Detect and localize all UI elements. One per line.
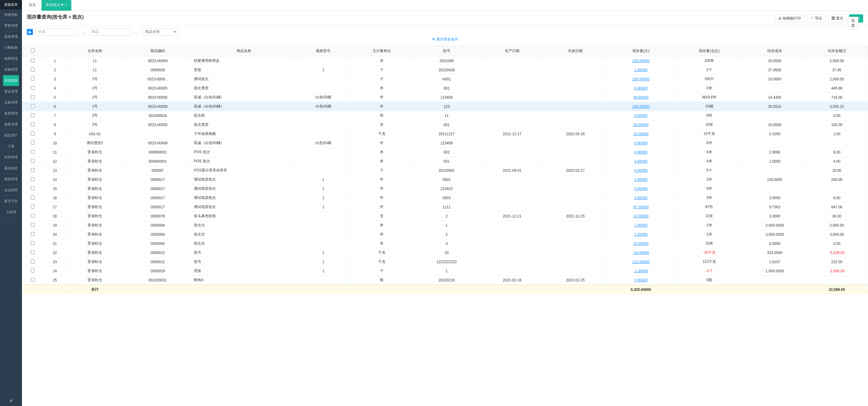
sidebar-item-inventory[interactable]: 库存核算 <box>3 75 19 86</box>
row-warehouse: 晋省粒仓 <box>66 267 124 276</box>
row-name: 鲜肉A <box>192 276 296 285</box>
row-qty-store: 4桔9.6件 <box>675 93 744 102</box>
row-checkbox[interactable] <box>22 221 43 230</box>
row-expire-date <box>544 120 607 130</box>
row-checkbox[interactable] <box>22 276 43 285</box>
row-select[interactable] <box>31 68 35 72</box>
warehouse-filter[interactable]: 仓库 <box>35 28 78 36</box>
row-select[interactable] <box>31 104 35 108</box>
row-checkbox[interactable] <box>22 102 43 111</box>
row-unit: 米 <box>351 84 413 93</box>
row-select[interactable] <box>31 269 35 273</box>
row-checkbox[interactable] <box>22 148 43 157</box>
row-spec: 1 <box>296 175 351 184</box>
row-checkbox[interactable] <box>22 230 43 239</box>
more-conditions[interactable]: ▼ 展开更多条件 <box>27 36 863 43</box>
sidebar-item-basic[interactable]: 基础信息 <box>3 163 19 174</box>
row-batch: 1222222222 <box>413 257 480 267</box>
row-checkbox[interactable] <box>22 248 43 257</box>
row-checkbox[interactable] <box>22 139 43 148</box>
row-select[interactable] <box>31 260 35 264</box>
export-button[interactable]: ↗ 导出 <box>807 14 825 23</box>
row-select[interactable] <box>31 113 35 117</box>
row-select[interactable] <box>31 95 35 99</box>
sidebar-search[interactable]: 搜索菜单 <box>0 0 22 9</box>
row-checkbox[interactable] <box>22 56 43 66</box>
row-spec <box>296 221 351 230</box>
sidebar-item-finance[interactable]: 资金管理 <box>3 86 19 97</box>
row-checkbox[interactable] <box>22 66 43 75</box>
row-select[interactable] <box>31 59 35 62</box>
category-filter[interactable]: 商品分类 ▼ <box>143 28 179 36</box>
row-select[interactable] <box>31 150 35 154</box>
row-checkbox[interactable] <box>22 111 43 120</box>
row-checkbox[interactable] <box>22 157 43 166</box>
print-button[interactable]: 🖨 按模板打印 <box>775 14 804 23</box>
row-code: 0000084 <box>123 221 192 230</box>
row-select[interactable] <box>31 214 35 218</box>
row-select[interactable] <box>31 241 35 245</box>
row-checkbox[interactable] <box>22 93 43 102</box>
row-checkbox[interactable] <box>22 239 43 248</box>
sidebar-gear[interactable]: ⚙ <box>0 396 22 406</box>
row-select[interactable] <box>31 86 35 90</box>
expand-button[interactable]: ▶ <box>27 29 33 35</box>
row-select[interactable] <box>31 223 35 227</box>
row-unit: 件 <box>351 194 413 203</box>
tab-inventory_batch[interactable]: 库存批次▼× <box>41 0 71 11</box>
row-select[interactable] <box>31 123 35 126</box>
row-select[interactable] <box>31 250 35 254</box>
select-all-checkbox[interactable] <box>31 49 35 53</box>
sidebar-item-ecommerce[interactable]: 电商管理 <box>3 53 19 64</box>
row-select[interactable] <box>31 177 35 181</box>
tab-close-inventory_batch[interactable]: × <box>65 3 67 7</box>
sidebar-item-hr[interactable]: 工资 <box>3 141 19 152</box>
row-checkbox[interactable] <box>22 130 43 139</box>
settings-button[interactable]: 设置 <box>848 17 858 30</box>
row-checkbox[interactable] <box>22 166 43 175</box>
row-select[interactable] <box>31 141 35 145</box>
row-checkbox[interactable] <box>22 267 43 276</box>
row-warehouse: 1号 <box>66 75 124 84</box>
row-select[interactable] <box>31 196 35 200</box>
sidebar-item-fixed[interactable]: 固定资产 <box>3 130 19 141</box>
row-select[interactable] <box>31 159 35 163</box>
row-select[interactable] <box>31 132 35 136</box>
row-warehouse: A01-01 <box>66 130 124 139</box>
sidebar-item-ops[interactable]: 经营管理 <box>3 152 19 163</box>
row-select[interactable] <box>31 77 35 81</box>
row-checkbox[interactable] <box>22 175 43 184</box>
row-checkbox[interactable] <box>22 257 43 267</box>
row-select[interactable] <box>31 187 35 190</box>
row-checkbox[interactable] <box>22 212 43 221</box>
row-select[interactable] <box>31 168 35 172</box>
sidebar-item-collab[interactable]: 企业协同 <box>3 185 19 196</box>
sidebar-item-cloud[interactable]: 云应用 <box>3 207 19 218</box>
row-checkbox[interactable] <box>22 203 43 212</box>
goods-filter[interactable]: 商品 <box>89 28 132 36</box>
sidebar-item-mini[interactable]: 小额电商 <box>3 42 19 53</box>
row-checkbox[interactable] <box>22 84 43 93</box>
tab-home[interactable]: 首页 <box>24 0 40 11</box>
sidebar-item-newbie[interactable]: 新手引导 <box>3 196 19 207</box>
col-unit: 主计量单位 <box>351 46 413 56</box>
row-checkbox[interactable] <box>22 184 43 194</box>
display-button[interactable]: ☰ 显示 <box>828 14 847 23</box>
sidebar-item-tax[interactable]: 税务管理 <box>3 119 19 130</box>
sidebar-item-invoice[interactable]: 发票管理 <box>3 108 19 119</box>
row-select[interactable] <box>31 278 35 282</box>
row-checkbox[interactable] <box>22 120 43 130</box>
sidebar-item-purchase[interactable]: 采购管理 <box>3 64 19 75</box>
sidebar-item-sys[interactable]: 系统管理 <box>3 174 19 185</box>
row-checkbox[interactable] <box>22 194 43 203</box>
row-checkbox[interactable] <box>22 75 43 84</box>
row-idx: 17 <box>43 203 66 212</box>
row-qty-main: 100.00000 <box>607 75 675 84</box>
sidebar-quick-nav[interactable]: 快捷导航 <box>0 9 22 21</box>
sidebar-item-wholesale[interactable]: 批发管理 <box>3 31 19 42</box>
sidebar-item-retail[interactable]: 零售管理 <box>3 21 19 31</box>
row-select[interactable] <box>31 205 35 209</box>
sidebar-item-general[interactable]: 总账管理 <box>3 97 19 108</box>
row-select[interactable] <box>31 232 35 236</box>
row-batch: 2 <box>413 212 480 221</box>
